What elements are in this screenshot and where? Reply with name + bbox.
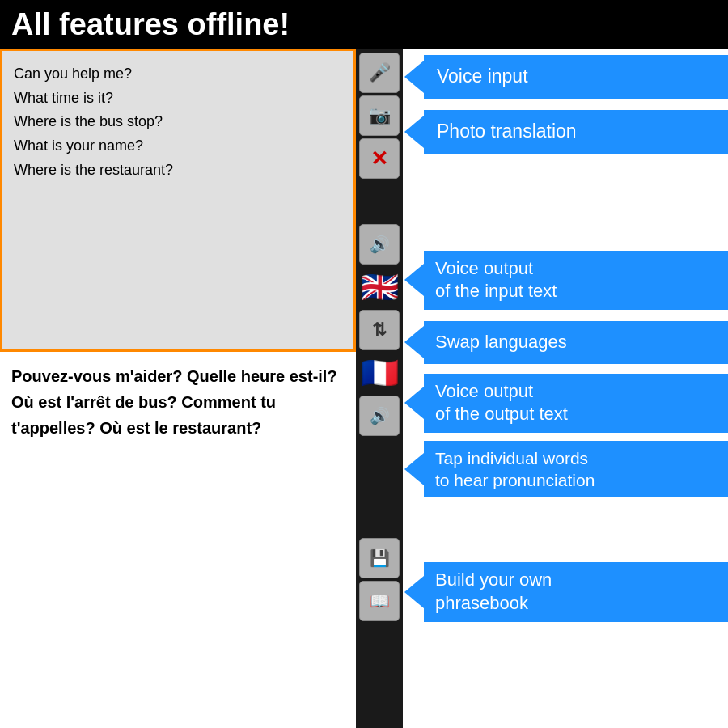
phrasebook-callout: Build your ownphrasebook [404, 562, 728, 621]
speaker-output-button[interactable]: 🔊 [359, 396, 400, 436]
left-panel: Can you help me?What time is it?Where is… [0, 49, 356, 728]
swap-languages-button[interactable]: ⇅ [359, 310, 400, 350]
target-language-button[interactable]: 🇫🇷 [359, 353, 400, 393]
fr-flag-icon: 🇫🇷 [361, 355, 399, 391]
speaker-input-icon: 🔊 [370, 235, 390, 254]
camera-button[interactable]: 📷 [359, 95, 400, 136]
swap-icon: ⇅ [372, 320, 387, 341]
tap-words-callout: Tap individual wordsto hear pronunciatio… [404, 441, 728, 498]
book-icon: 📖 [370, 591, 390, 611]
swap-languages-label: Swap languages [424, 321, 728, 364]
mic-button[interactable]: 🎤 [359, 53, 400, 93]
source-language-button[interactable]: 🇬🇧 [359, 267, 400, 307]
uk-flag-icon: 🇬🇧 [361, 269, 399, 305]
phrasebook-label: Build your ownphrasebook [424, 562, 728, 621]
voice-input-label: Voice input [424, 55, 728, 99]
voice-input-callout: Voice input [404, 55, 728, 99]
app-title: All features offline! [11, 7, 290, 42]
output-text: Pouvez-vous m'aider? Quelle heure est-il… [11, 367, 337, 437]
content-row: Can you help me?What time is it?Where is… [0, 49, 728, 728]
gap3 [404, 310, 728, 321]
voice-output-input-callout: Voice outputof the input text [404, 251, 728, 310]
output-box: Pouvez-vous m'aider? Quelle heure est-il… [0, 352, 356, 728]
voice-output-input-label: Voice outputof the input text [424, 251, 728, 310]
swap-languages-callout: Swap languages [404, 321, 728, 364]
gap2 [404, 154, 728, 251]
phrasebook-button[interactable]: 📖 [359, 581, 400, 621]
clear-button[interactable]: ✕ [359, 138, 400, 179]
callout-arrow5 [404, 387, 424, 419]
voice-output-output-callout: Voice outputof the output text [404, 374, 728, 433]
tap-words-label: Tap individual wordsto hear pronunciatio… [424, 441, 728, 498]
photo-translation-callout: Photo translation [404, 110, 728, 154]
callout-arrow3 [404, 264, 424, 296]
gap4 [404, 364, 728, 374]
mic-icon: 🎤 [369, 62, 391, 83]
speaker-input-button[interactable]: 🔊 [359, 224, 400, 265]
gap1 [404, 99, 728, 110]
gap6 [404, 497, 728, 562]
callout-arrow2 [404, 116, 424, 148]
gap-top [404, 49, 728, 55]
speaker-output-icon: 🔊 [370, 406, 390, 425]
app-container: All features offline! Can you help me?Wh… [0, 0, 728, 728]
callout-arrow7 [404, 576, 424, 608]
save-icon: 💾 [370, 548, 390, 568]
camera-icon: 📷 [369, 105, 391, 126]
header: All features offline! [0, 0, 728, 49]
callout-arrow [404, 61, 424, 93]
callout-arrow4 [404, 326, 424, 358]
photo-translation-label: Photo translation [424, 110, 728, 154]
callout-arrow6 [404, 453, 424, 485]
save-button[interactable]: 💾 [359, 538, 400, 578]
toolbar-col: 🎤 📷 ✕ 🔊 🇬🇧 ⇅ [356, 49, 403, 728]
gap5 [404, 433, 728, 441]
close-icon: ✕ [370, 146, 388, 171]
input-box[interactable]: Can you help me?What time is it?Where is… [0, 49, 356, 352]
callouts-panel: Voice input Photo translation Voice outp… [403, 49, 728, 728]
voice-output-output-label: Voice outputof the output text [424, 374, 728, 433]
input-text: Can you help me?What time is it?Where is… [14, 66, 173, 178]
